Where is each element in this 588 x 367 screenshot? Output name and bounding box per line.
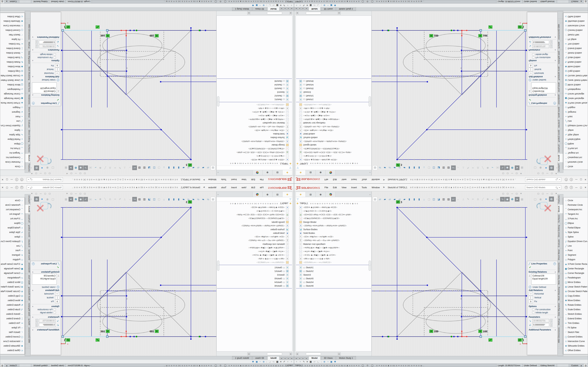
flyout-item-style-spline[interactable]: ∿Style Spline (563, 133, 588, 137)
grid-icon[interactable]: ▦ (310, 360, 312, 363)
flyout-item-circular-sketch-pattern[interactable]: ⊛Circular Sketch Pattern (0, 73, 25, 78)
flyout-item-style-spline[interactable]: ∿Style Spline (0, 230, 25, 234)
option-infinite-length[interactable]: Infinite length (532, 311, 556, 314)
corner-axis-icon[interactable]: ∟ (269, 4, 271, 7)
doc-tab-model[interactable]: Model (309, 356, 320, 360)
command-tab-features[interactable]: Features (25, 194, 30, 205)
scrollbar-thumb[interactable] (267, 12, 282, 14)
tree-item-sketch6[interactable]: ⊞(-)Sketch6 (217, 284, 292, 288)
command-tab-surfaces[interactable]: Surfaces (25, 214, 30, 224)
separator[interactable]: ¦ (266, 4, 267, 7)
option-for-construction[interactable]: For construction (532, 56, 556, 59)
flyout-item-offset-entities[interactable]: ⊂Offset Entities (0, 14, 25, 19)
flyout-item-extend-entities[interactable]: ╎Extend Entities (0, 316, 25, 321)
tree-item[interactable]: ◔○Λ♟◎✛Ƨ2◦Ɔ○◦○Ɔ◦2Ƨ✛◎♟Λ○ (217, 209, 292, 213)
search-icon[interactable] (556, 187, 557, 188)
flyout-item-style-spline[interactable]: ∿Style Spline (563, 230, 588, 234)
flyout-item-spline[interactable]: ≈Spline (563, 234, 588, 239)
separator[interactable]: ¦ (321, 361, 322, 363)
parameters-header[interactable]: Parameters (48, 49, 59, 51)
panel-help-icon[interactable]: ? (553, 262, 556, 265)
grid-icon[interactable]: ▦ (310, 4, 312, 7)
tree-item[interactable]: ◆Solid Bodies (217, 132, 292, 136)
flyout-item-intersection-curve[interactable]: ◊Intersection Curve (563, 23, 588, 28)
collapse-chevron-icon[interactable]: ∧ (32, 289, 34, 292)
flyout-item-circle[interactable]: ○Circle (563, 164, 588, 169)
search-dropdown-icon[interactable]: ▾ (558, 187, 560, 188)
flyout-item-scale-entities[interactable]: ◹Scale Entities (563, 55, 588, 60)
menu-insert[interactable]: Insert (351, 186, 357, 189)
flyout-item-point[interactable]: ▪Point (563, 114, 588, 119)
clock-check-icon[interactable]: ◔ (259, 4, 261, 7)
clock-check-icon[interactable]: ◔ (327, 4, 329, 7)
tree-item[interactable]: ◔○Λ♟◎✛Ƨ2◦Ɔ○◦○Ɔ◦2Ƨ✛◎♟Λ○ (217, 154, 292, 158)
command-tab-direct-editing[interactable]: Direct Editing (558, 129, 563, 143)
tree-filter[interactable]: ▽ (296, 197, 371, 201)
flyout-item-perimeter-circle[interactable]: ◌Perimeter Circle (0, 203, 25, 207)
flyout-item-circular-sketch-pattern[interactable]: ⊛Circular Sketch Pattern (0, 289, 25, 294)
command-tab-surfaces[interactable]: Surfaces (558, 143, 563, 154)
leaf-icon[interactable]: ✦ (291, 360, 293, 363)
checkbox[interactable] (532, 309, 534, 310)
add-relation-horizontal[interactable]: —Horizontal (32, 292, 59, 296)
flyout-item-extend-entities[interactable]: ╎Extend Entities (563, 46, 588, 51)
fm-tab-0[interactable]: ❖ (296, 192, 306, 197)
add-relations-header[interactable]: Add Relations (45, 289, 59, 292)
fm-tab-0[interactable]: ❖ (282, 192, 292, 197)
flyout-item-equation-driven-curve[interactable]: ƒEquation Driven Curve (0, 123, 25, 128)
paintbrush-icon[interactable]: ✎ (303, 360, 305, 363)
flyout-item-rotate-entities[interactable]: ↻Rotate Entities (563, 60, 588, 64)
doc-tab-3d-views[interactable]: 3D Views (321, 7, 336, 11)
unit-system-dropdown[interactable]: Custom ▴ (570, 364, 583, 367)
tab-nav-button[interactable]: ▶| (305, 357, 308, 360)
relations-listbox[interactable]: Collinear108Equal length109 (531, 83, 556, 93)
flyout-item-3-point-center-recta-[interactable]: ◈3 Point Center Recta... (0, 101, 25, 105)
checkbox[interactable] (54, 312, 56, 314)
scrollbar-thumb[interactable] (267, 353, 282, 355)
flyout-item-centerpoint-arc[interactable]: ⌒Centerpoint Arc (0, 207, 25, 212)
spinner-control[interactable]: ▲▼ (550, 319, 553, 322)
command-tab-sheet-metal[interactable]: Sheet Metal (25, 248, 30, 261)
collapse-chevron-icon[interactable]: ∧ (32, 49, 34, 51)
command-tab-markup[interactable]: Markup (25, 317, 30, 326)
command-tab-weldments[interactable]: Weldments (25, 261, 30, 274)
doc-tab-model[interactable]: Model (268, 356, 279, 360)
flyout-item-linear-sketch-pattern[interactable]: ⊞Linear Sketch Pattern (0, 284, 25, 289)
collapse-chevron-icon[interactable]: ∧ (554, 94, 556, 96)
tree-item[interactable]: ≡Material <not specified> (296, 242, 371, 246)
command-tab-mbd-dimensions[interactable]: MBD Dimensions (25, 23, 30, 41)
spinner-control[interactable]: ▲▼ (35, 319, 38, 322)
tree-item[interactable]: ▭○∗◎✛○✻◉[○◦○]◉✻○✛◎∗○ (296, 250, 371, 253)
lines-icon[interactable]: ≡ (280, 4, 282, 7)
menu-view[interactable]: View (242, 186, 246, 189)
flyout-item-tangent-arc[interactable]: ◠Tangent Arc (0, 212, 25, 216)
scrollbar-thumb[interactable] (306, 12, 321, 14)
menu-edit[interactable]: Edit (251, 186, 255, 189)
flyout-item-corner-rectangle[interactable]: ▭Corner Rectangle (0, 92, 25, 96)
search-input[interactable]: Search CAD Models ▾ (27, 177, 63, 182)
parameter-field[interactable]: 0.00000000° (532, 40, 549, 44)
tree-item-sketch5[interactable]: ⊞(-)Sketch5 (217, 277, 292, 280)
tree-item-sketch2[interactable]: ⊞(-)Sketch2 (296, 94, 371, 98)
menu-view[interactable]: View (342, 186, 346, 189)
leaf-icon[interactable]: ✦ (291, 4, 293, 7)
menu-window[interactable]: Window (372, 178, 380, 181)
tree-item[interactable]: ≡Material <not specified> (217, 121, 292, 125)
lines-icon[interactable]: ≡ (307, 4, 308, 7)
flyout-item-mirror-entities[interactable]: ◫Mirror Entities (0, 83, 25, 87)
tree-item[interactable]: ≡Material <not specified> (217, 242, 292, 246)
close-button[interactable]: ✕ (585, 178, 587, 181)
flyout-item-stretch-entities[interactable]: ↔Stretch Entities (563, 51, 588, 55)
tree-item[interactable]: ▤○Ƨ2✛ƐƧ2○ИN◎◦✛ƆCƐ∩Ɛ2Ƨ○◦○Ƨ2Ɛ∩ƐCƆ✛◦◎NИ○ (296, 150, 371, 154)
lines-icon[interactable]: ≡ (280, 360, 282, 363)
tab-nav-button[interactable]: ▶| (280, 7, 283, 10)
lines-icon[interactable]: ≡ (307, 360, 308, 363)
tree-item[interactable]: ▱○Ƨ2ƐИNΛ∪∗○◦○∗∪ΛNИƐ2Ƨ○ (217, 103, 292, 106)
flyout-item-circle[interactable]: ○Circle (0, 198, 25, 203)
tree-item-sketch3[interactable]: ⊞Sketch3 (296, 90, 371, 94)
clock-check-icon[interactable]: ◔ (259, 360, 261, 363)
flyout-item-copy-entities[interactable]: ⊡Copy Entities (563, 69, 588, 73)
panel-help-icon[interactable]: ? (32, 102, 35, 105)
spinner-control[interactable]: ▲▼ (35, 323, 38, 327)
tree-item[interactable]: ▤○Ƨ2✛ƐƧ2○ИN◎◦✛ƆCƐ∩Ɛ2Ƨ○◦○Ƨ2Ɛ∩ƐCƆ✛◦◎NИ○ (296, 213, 371, 217)
